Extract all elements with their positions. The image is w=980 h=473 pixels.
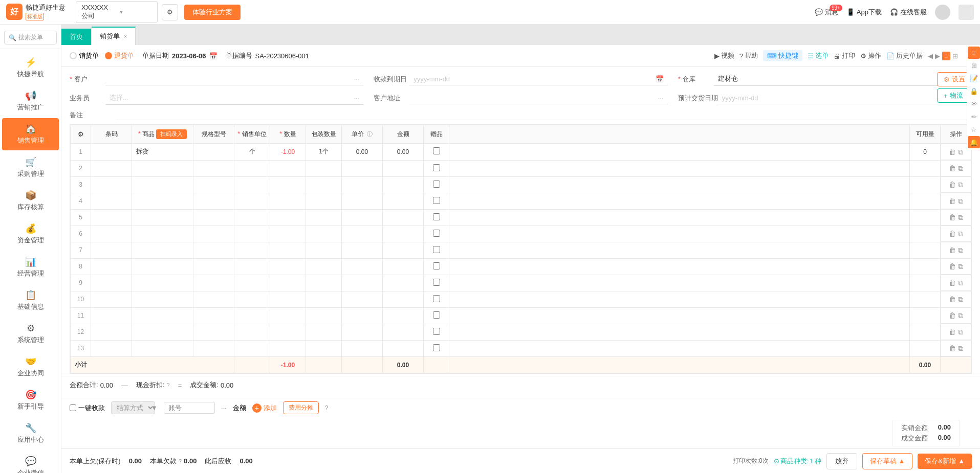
cell-qty[interactable]	[270, 291, 306, 307]
scan-btn[interactable]: 扫码录入	[156, 129, 187, 139]
cell-barcode[interactable]	[91, 193, 132, 209]
cell-qty[interactable]	[270, 340, 306, 357]
expected-date-input[interactable]: yyyy-mm-dd 📅	[718, 92, 972, 104]
tab-sales-order[interactable]: 销货单 ×	[92, 27, 136, 45]
cell-qty[interactable]	[270, 307, 306, 324]
due-date-input[interactable]: yyyy-mm-dd 📅	[409, 73, 667, 85]
cell-packqty[interactable]	[306, 193, 342, 209]
one-click-payment-check[interactable]: 一键收款	[70, 403, 105, 413]
cell-spec[interactable]	[193, 209, 234, 226]
cell-spec[interactable]	[193, 144, 234, 161]
cell-gift[interactable]	[424, 258, 449, 275]
help-btn[interactable]: ? 帮助	[739, 51, 758, 60]
copy-icon[interactable]: ⧉	[958, 148, 963, 156]
account-input[interactable]	[164, 402, 215, 414]
ops-btn[interactable]: ⚙ 操作	[860, 51, 881, 60]
right-icon-note[interactable]: 📝	[968, 72, 980, 84]
cell-barcode[interactable]	[91, 176, 132, 193]
tab-home[interactable]: 首页	[61, 29, 92, 45]
sidebar-item-base-info[interactable]: 📋 基础信息	[2, 284, 59, 317]
cell-unit[interactable]	[234, 160, 270, 176]
cell-product[interactable]	[132, 193, 193, 209]
gift-checkbox[interactable]	[433, 328, 440, 335]
cell-qty[interactable]	[270, 160, 306, 176]
salesman-input[interactable]: 选择... ···	[105, 91, 363, 105]
cell-unit[interactable]	[234, 307, 270, 324]
gift-checkbox[interactable]	[433, 344, 440, 351]
cell-price[interactable]	[342, 307, 383, 324]
cell-barcode[interactable]	[91, 209, 132, 226]
cell-product[interactable]	[132, 209, 193, 226]
one-click-checkbox[interactable]	[70, 404, 76, 411]
expense-split-btn[interactable]: 费用分摊	[283, 401, 319, 414]
settings-icon[interactable]: ⚙	[162, 4, 178, 20]
cell-spec[interactable]	[193, 340, 234, 357]
cell-price[interactable]	[342, 258, 383, 275]
cell-gift[interactable]	[424, 291, 449, 307]
cell-qty[interactable]	[270, 226, 306, 242]
cell-barcode[interactable]	[91, 226, 132, 242]
cell-price[interactable]	[342, 242, 383, 258]
gift-checkbox[interactable]	[433, 197, 440, 204]
cell-packqty[interactable]	[306, 307, 342, 324]
delete-icon[interactable]: 🗑	[949, 164, 956, 172]
cell-spec[interactable]	[193, 242, 234, 258]
cell-price[interactable]	[342, 193, 383, 209]
cell-qty[interactable]	[270, 176, 306, 193]
gift-checkbox[interactable]	[433, 311, 440, 319]
cell-qty[interactable]	[270, 258, 306, 275]
copy-icon[interactable]: ⧉	[958, 344, 963, 353]
copy-icon[interactable]: ⧉	[958, 230, 963, 238]
cell-gift[interactable]	[424, 226, 449, 242]
customer-input[interactable]: ···	[105, 73, 363, 85]
sidebar-item-inventory[interactable]: 📦 库存核算	[2, 185, 59, 217]
search-menu-input[interactable]: 🔍 搜索菜单	[4, 31, 57, 44]
cell-amount[interactable]	[383, 340, 424, 357]
right-icon-list[interactable]: ≡	[968, 47, 980, 59]
cell-barcode[interactable]	[91, 340, 132, 357]
cell-price[interactable]	[342, 324, 383, 340]
user-menu-btn[interactable]	[959, 5, 974, 20]
sidebar-item-apps[interactable]: 🔧 应用中心	[2, 417, 59, 449]
right-icon-lock[interactable]: 🔒	[968, 85, 980, 97]
cell-amount[interactable]	[383, 226, 424, 242]
cell-amount[interactable]	[383, 209, 424, 226]
trial-btn[interactable]: 体验行业方案	[184, 5, 241, 20]
copy-icon[interactable]: ⧉	[958, 164, 963, 173]
delete-icon[interactable]: 🗑	[949, 328, 956, 336]
cell-qty[interactable]	[270, 209, 306, 226]
app-download-btn[interactable]: 📱 App下载	[846, 8, 882, 17]
cell-amount[interactable]	[383, 193, 424, 209]
cell-gift[interactable]	[424, 144, 449, 161]
cell-amount[interactable]	[383, 324, 424, 340]
cell-packqty[interactable]	[306, 176, 342, 193]
delete-icon[interactable]: 🗑	[949, 311, 956, 320]
cell-unit[interactable]	[234, 176, 270, 193]
delete-icon[interactable]: 🗑	[949, 148, 956, 156]
due-date-calendar-icon[interactable]: 📅	[656, 75, 664, 83]
grid-view-icon[interactable]: ⊞	[952, 52, 958, 60]
sidebar-item-system[interactable]: ⚙ 系统管理	[2, 318, 59, 350]
cell-product[interactable]	[132, 226, 193, 242]
print-btn[interactable]: 🖨 打印	[834, 51, 855, 60]
cell-product[interactable]	[132, 275, 193, 291]
gift-checkbox[interactable]	[433, 147, 440, 154]
cell-spec[interactable]	[193, 307, 234, 324]
list-view-icon[interactable]: ≡	[942, 52, 950, 60]
cell-qty[interactable]	[270, 193, 306, 209]
cell-amount[interactable]	[383, 307, 424, 324]
cell-unit[interactable]	[234, 226, 270, 242]
sidebar-item-purchase[interactable]: 🛒 采购管理	[2, 151, 59, 184]
cell-price[interactable]	[342, 291, 383, 307]
copy-icon[interactable]: ⧉	[958, 311, 963, 320]
avatar[interactable]	[935, 5, 950, 20]
calendar-icon[interactable]: 📅	[209, 52, 217, 60]
delete-icon[interactable]: 🗑	[949, 344, 956, 352]
calc-method-select[interactable]: 结算方式	[111, 401, 155, 414]
online-service-btn[interactable]: 🎧 在线客服	[890, 8, 927, 17]
copy-icon[interactable]: ⧉	[958, 197, 963, 206]
cell-amount[interactable]	[383, 242, 424, 258]
gift-checkbox[interactable]	[433, 164, 440, 171]
cell-packqty[interactable]	[306, 258, 342, 275]
cell-unit[interactable]	[234, 324, 270, 340]
